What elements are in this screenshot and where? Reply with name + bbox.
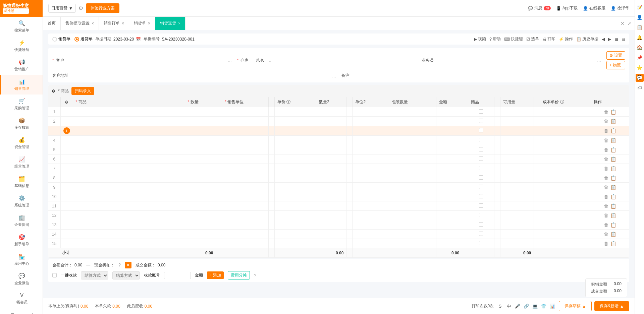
row-unit2-11[interactable] (353, 201, 383, 211)
row-amount-7[interactable] (436, 164, 462, 173)
row-gift-8[interactable] (468, 173, 494, 183)
row-gift-10[interactable] (468, 192, 494, 201)
row-available-15[interactable] (500, 239, 534, 248)
row-quantity-5[interactable] (185, 145, 216, 154)
product-input-3[interactable] (76, 128, 176, 133)
calendar-icon[interactable]: 📅 (136, 37, 141, 42)
copy-icon-12[interactable]: 📋 (610, 213, 616, 218)
row-unit-4[interactable] (222, 136, 268, 145)
mini-icon-6[interactable]: 📌 (636, 54, 644, 62)
row-unit2-6[interactable] (353, 154, 383, 164)
row-price-2[interactable] (274, 117, 310, 126)
row-pkgqty-5[interactable] (389, 145, 430, 154)
row-product-14[interactable] (73, 230, 179, 239)
row-pkgqty-11[interactable] (389, 201, 430, 211)
fee-help-icon[interactable]: ? (254, 273, 256, 278)
sidebar-item-system[interactable]: ⚙️ 系统管理 (0, 192, 43, 211)
remark-input[interactable] (357, 72, 625, 79)
row-unit2-7[interactable] (353, 164, 383, 173)
sidebar-item-sales[interactable]: 📊 销售管理 (0, 75, 43, 95)
row-available-11[interactable] (500, 201, 534, 211)
row-gift-7[interactable] (468, 164, 494, 173)
add-fee-btn[interactable]: + 添加 (207, 271, 224, 279)
row-qty2-3[interactable] (316, 126, 346, 136)
row-gift-11[interactable] (468, 201, 494, 211)
tab-sales-return-close[interactable]: × (178, 21, 180, 26)
bottom-icon-2[interactable]: 中 (505, 303, 513, 310)
row-available-8[interactable] (500, 173, 534, 183)
row-price-10[interactable] (274, 192, 310, 201)
calc-method-select[interactable]: 结算方式 (112, 271, 140, 279)
video-btn[interactable]: ▶ 视频 (474, 36, 486, 42)
tab-sales-delivery-close[interactable]: × (148, 21, 150, 26)
mini-icon-7[interactable]: ⭐ (636, 64, 644, 72)
row-price-13[interactable] (274, 220, 310, 230)
row-cost-3[interactable] (540, 126, 591, 136)
gift-checkbox-15[interactable] (479, 241, 483, 245)
th-settings[interactable]: ⚙ (60, 97, 73, 107)
row-qty2-11[interactable] (316, 201, 346, 211)
delete-icon-14[interactable]: 🗑 (604, 232, 608, 237)
row-amount-8[interactable] (436, 173, 462, 183)
nav-next-icon[interactable]: ▶ (608, 37, 611, 42)
row-unit-8[interactable] (222, 173, 268, 183)
row-pkgqty-7[interactable] (389, 164, 430, 173)
row-product-12[interactable] (73, 211, 179, 220)
row-unit2-2[interactable] (353, 117, 383, 126)
row-pkgqty-12[interactable] (389, 211, 430, 220)
delete-icon-6[interactable]: 🗑 (604, 156, 608, 162)
add-row-btn[interactable]: + (63, 127, 70, 134)
radio-delivery[interactable]: 销货单 (52, 36, 70, 42)
row-qty2-13[interactable] (316, 220, 346, 230)
row-gift-3[interactable] (468, 126, 494, 136)
row-product-8[interactable] (73, 173, 179, 183)
sidebar-item-shortcut[interactable]: ⚡ 快捷导航 (0, 36, 43, 56)
row-unit2-4[interactable] (353, 136, 383, 145)
sidebar-settings-icon[interactable]: ⚙ (10, 312, 15, 314)
row-price-6[interactable] (274, 154, 310, 164)
row-amount-11[interactable] (436, 201, 462, 211)
row-product-2[interactable] (73, 117, 179, 126)
tab-home[interactable]: 首页 (43, 17, 61, 30)
row-price-5[interactable] (274, 145, 310, 154)
tab-price-settings[interactable]: 售价提取设置 × (61, 17, 99, 30)
row-quantity-13[interactable] (185, 220, 216, 230)
row-qty2-15[interactable] (316, 239, 346, 248)
row-product-3[interactable] (73, 126, 179, 136)
warehouse-dots[interactable]: ... (267, 58, 271, 63)
row-product-10[interactable] (73, 192, 179, 201)
row-unit2-15[interactable] (353, 239, 383, 248)
delete-icon-10[interactable]: 🗑 (604, 194, 608, 199)
row-cost-13[interactable] (540, 220, 591, 230)
row-unit-14[interactable] (222, 230, 268, 239)
table-settings-icon[interactable]: ⚙ (52, 89, 55, 93)
row-quantity-4[interactable] (185, 136, 216, 145)
copy-icon-3[interactable]: 📋 (610, 128, 616, 133)
copy-icon-15[interactable]: 📋 (610, 241, 616, 246)
row-available-4[interactable] (500, 136, 534, 145)
row-quantity-15[interactable] (185, 239, 216, 248)
row-amount-15[interactable] (436, 239, 462, 248)
tab-sales-order[interactable]: 销售订单 × (99, 17, 129, 30)
tab-sales-order-close[interactable]: × (122, 21, 124, 26)
bottom-icon-5[interactable]: 💻 (531, 303, 539, 310)
gift-checkbox-13[interactable] (479, 222, 483, 227)
help-btn[interactable]: ? 帮助 (489, 36, 501, 42)
tab-sales-delivery[interactable]: 销货单 × (129, 17, 155, 30)
gift-checkbox-11[interactable] (479, 203, 483, 208)
row-quantity-8[interactable] (185, 173, 216, 183)
row-quantity-6[interactable] (185, 154, 216, 164)
delete-icon-11[interactable]: 🗑 (604, 203, 608, 209)
mini-icon-8[interactable]: 💬 (636, 74, 644, 82)
row-available-6[interactable] (500, 154, 534, 164)
radio-return[interactable]: 退货单 (74, 36, 93, 42)
delete-icon-2[interactable]: 🗑 (604, 119, 608, 124)
bottom-icon-4[interactable]: 🔗 (523, 303, 530, 310)
row-amount-5[interactable] (436, 145, 462, 154)
row-product-11[interactable] (73, 201, 179, 211)
copy-icon-2[interactable]: 📋 (610, 119, 616, 124)
row-price-12[interactable] (274, 211, 310, 220)
row-unit-6[interactable] (222, 154, 268, 164)
row-product-9[interactable] (73, 183, 179, 192)
row-amount-10[interactable] (436, 192, 462, 201)
